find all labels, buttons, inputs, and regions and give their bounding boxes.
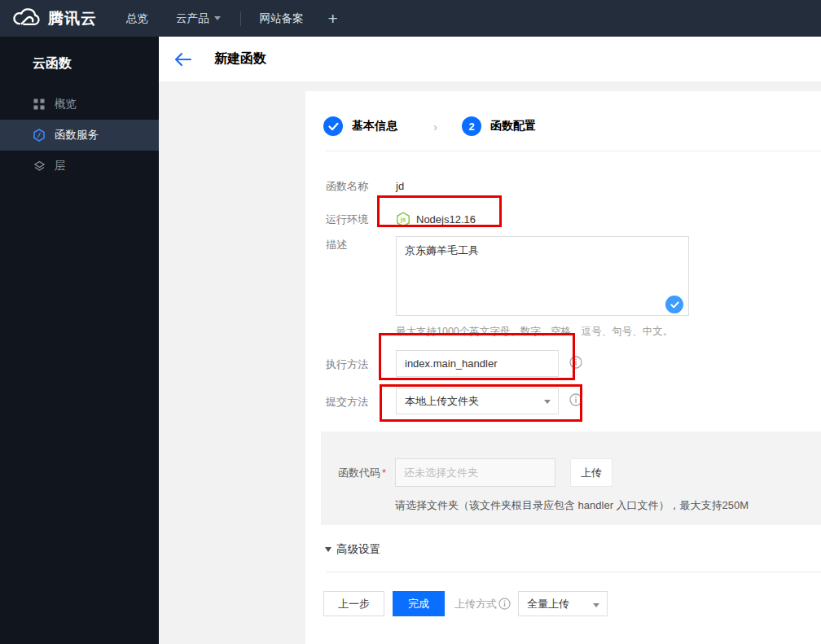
page-header: 新建函数: [159, 37, 821, 81]
finish-button[interactable]: 完成: [393, 591, 445, 616]
description-textarea[interactable]: 京东薅羊毛工具: [396, 236, 689, 316]
chevron-down-icon: [214, 16, 221, 20]
sidebar-item-overview[interactable]: 概览: [0, 89, 159, 120]
submit-method-row: 提交方法 本地上传文件夹: [326, 388, 582, 414]
add-tab-button[interactable]: +: [328, 9, 338, 28]
step2-label: 函数配置: [490, 119, 536, 134]
upload-mode-info-icon[interactable]: [498, 598, 511, 610]
back-button[interactable]: [174, 52, 192, 67]
folder-select-hint: 请选择文件夹（该文件夹根目录应包含 handler 入口文件），最大支持250M: [395, 498, 749, 513]
create-function-card: 基本信息 › 2 函数配置 函数名称 jd 运行环境 js Nodejs12.1…: [305, 91, 821, 644]
step-chevron-icon: ›: [433, 120, 437, 134]
handler-row: 执行方法: [326, 350, 582, 377]
select-caret-icon: [544, 400, 551, 404]
step1-done-icon: [323, 116, 343, 136]
upload-mode-value: 全量上传: [527, 597, 569, 611]
runtime-label: 运行环境: [326, 211, 396, 227]
triangle-down-icon: [325, 547, 331, 552]
upload-mode-label-text: 上传方式: [454, 597, 497, 611]
submit-method-label: 提交方法: [326, 393, 396, 410]
function-hexagon-icon: [33, 129, 46, 142]
nav-cloud-products[interactable]: 云产品: [176, 11, 221, 26]
validation-check-icon: [665, 296, 683, 313]
function-code-section: 函数代码* 上传 请选择文件夹（该文件夹根目录应包含 handler 入口文件）…: [321, 432, 821, 525]
nav-website-beian[interactable]: 网站备案: [260, 11, 304, 26]
handler-input[interactable]: [396, 350, 559, 377]
footer-divider: [326, 572, 821, 572]
step1-label: 基本信息: [352, 119, 397, 134]
upload-mode-select[interactable]: 全量上传: [518, 591, 608, 616]
step2-number: 2: [462, 116, 481, 136]
sidebar-item-label: 概览: [55, 97, 77, 112]
required-asterisk: *: [382, 467, 386, 479]
function-code-label-text: 函数代码: [338, 467, 380, 479]
submit-method-info-icon[interactable]: [569, 393, 582, 410]
description-label: 描述: [326, 236, 396, 319]
function-name-label: 函数名称: [326, 177, 396, 194]
description-hint: 最大支持1000个英文字母、数字、空格、逗号、句号、中文。: [396, 325, 673, 339]
handler-label: 执行方法: [326, 356, 396, 372]
sidebar-item-label: 层: [55, 159, 66, 173]
description-row: 描述 京东薅羊毛工具: [326, 236, 689, 319]
folder-path-input[interactable]: [395, 458, 555, 487]
function-code-label: 函数代码*: [338, 466, 395, 480]
advanced-settings-label: 高级设置: [336, 542, 380, 557]
sidebar-title: 云函数: [0, 37, 159, 89]
advanced-settings-toggle[interactable]: 高级设置: [325, 542, 380, 557]
cloud-logo-icon: [11, 7, 41, 31]
select-caret-icon: [593, 603, 599, 607]
upload-button[interactable]: 上传: [570, 458, 612, 487]
submit-method-value: 本地上传文件夹: [405, 394, 479, 409]
steps-divider: [326, 151, 821, 151]
runtime-row: 运行环境 js Nodejs12.16: [326, 211, 476, 227]
sidebar: 云函数 概览 函数服务 层: [0, 37, 159, 644]
nav-cloud-products-label: 云产品: [176, 11, 209, 26]
function-name-row: 函数名称 jd: [326, 177, 404, 194]
svg-text:js: js: [400, 216, 406, 223]
back-arrow-icon: [174, 52, 192, 67]
nodejs-icon: js: [396, 212, 410, 227]
handler-info-icon[interactable]: [569, 356, 582, 372]
grid-icon: [33, 98, 46, 111]
submit-method-select[interactable]: 本地上传文件夹: [396, 388, 559, 414]
nav-overview[interactable]: 总览: [126, 11, 148, 26]
footer-actions: 上一步 完成 上传方式 全量上传: [323, 591, 608, 616]
page-title: 新建函数: [214, 50, 266, 68]
runtime-value: js Nodejs12.16: [396, 212, 476, 227]
upload-mode-label: 上传方式: [454, 597, 511, 611]
layers-icon: [33, 160, 46, 173]
sidebar-item-layers[interactable]: 层: [0, 151, 159, 182]
top-navbar: 腾讯云 总览 云产品 网站备案 +: [0, 0, 821, 37]
previous-step-button[interactable]: 上一步: [323, 591, 384, 616]
sidebar-item-label: 函数服务: [55, 128, 99, 142]
wizard-steps: 基本信息 › 2 函数配置: [323, 114, 536, 138]
tencent-cloud-logo[interactable]: 腾讯云: [11, 7, 97, 31]
topbar-divider: [240, 11, 241, 26]
sidebar-item-function-service[interactable]: 函数服务: [0, 120, 159, 151]
function-name-value: jd: [396, 180, 404, 192]
runtime-value-text: Nodejs12.16: [416, 213, 476, 226]
brand-name: 腾讯云: [48, 8, 97, 29]
